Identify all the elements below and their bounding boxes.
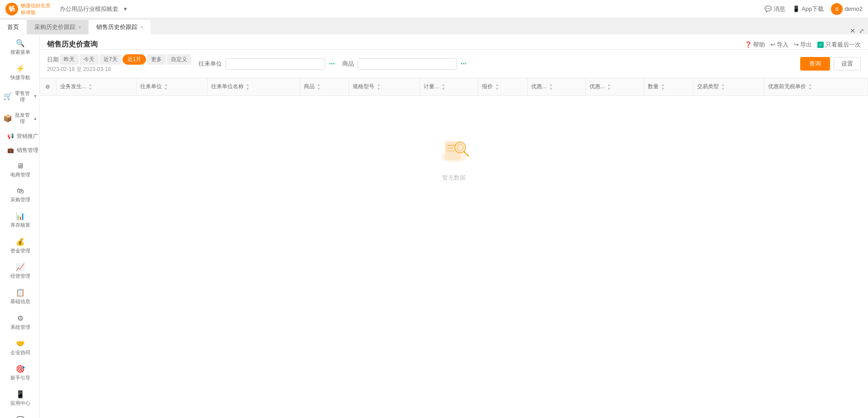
empty-icon [436, 132, 472, 168]
svg-rect-2 [447, 145, 456, 146]
wechat-icon: 💬 [16, 416, 25, 418]
close-all-tabs-button[interactable]: ✕ [850, 27, 855, 34]
sidebar-item-retail[interactable]: 🛒 零售管理 ▼ [0, 86, 39, 108]
topbar-right: 💬 消息 📱 App下载 d demo2 [764, 3, 863, 15]
col-spec[interactable]: 规格型号 ▲▼ [349, 78, 420, 96]
wholesale-expand-icon: ▲ [33, 116, 38, 121]
wholesale-icon: 📦 [3, 114, 12, 123]
basic-icon: 📋 [16, 288, 25, 297]
product-input[interactable] [358, 58, 457, 70]
help-icon: ❓ [745, 41, 752, 48]
only-last-checkbox[interactable]: ✓ [817, 42, 824, 48]
setting-button[interactable]: 设置 [834, 57, 861, 71]
sidebar-item-sales-mgmt[interactable]: 💼 销售管理 [0, 143, 39, 157]
inventory-icon: 📊 [16, 212, 25, 220]
col-product[interactable]: 商品 ▲▼ [300, 78, 349, 96]
help-button[interactable]: ❓ 帮助 [745, 41, 765, 49]
product-dots-button[interactable]: ··· [461, 60, 467, 68]
sidebar-item-ecommerce[interactable]: 🖥 电商管理 [0, 157, 39, 182]
col-biz-date[interactable]: 业务发生... ▲▼ [56, 78, 136, 96]
logo-icon: 畅 [5, 3, 18, 15]
date-btn-today[interactable]: 今天 [80, 54, 99, 65]
only-last-checkbox-area[interactable]: ✓ 只看最后一次 [817, 41, 861, 49]
sales-mgmt-icon: 💼 [7, 147, 14, 153]
app-title-dropdown[interactable]: ▾ [124, 5, 127, 12]
sidebar-item-system[interactable]: ⚙ 系统管理 [0, 309, 39, 335]
date-buttons: 日期 昨天 今天 近7天 近1月 更多 自定义 [47, 54, 191, 65]
page-actions: ❓ 帮助 ↩ 导入 ↪ 导出 ✓ 只看最后一次 [745, 41, 861, 49]
sidebar-item-wechat[interactable]: 💬 企业微信 [0, 411, 39, 418]
topbar: 畅 畅捷信好生意 标准版 办公用品行业模拟账套 ▾ 💬 消息 📱 App下载 d… [0, 0, 868, 18]
table-area: ⚙ 业务发生... ▲▼ 往来单位 ▲▼ 往来单位名称 ▲▼ 商品 ▲▼ [40, 78, 868, 418]
tab-purchase-label: 采购历史价跟踪 [34, 23, 75, 31]
system-icon: ⚙ [17, 314, 24, 323]
query-button[interactable]: 查询 [800, 57, 830, 71]
message-button[interactable]: 💬 消息 [764, 5, 785, 13]
tab-sales[interactable]: 销售历史价跟踪 × [89, 20, 150, 34]
date-btn-1month[interactable]: 近1月 [123, 54, 146, 65]
tab-purchase[interactable]: 采购历史价跟踪 × [27, 20, 88, 34]
date-filter-group: 日期 昨天 今天 近7天 近1月 更多 自定义 2023-02-18 至 202… [47, 54, 191, 73]
import-button[interactable]: ↩ 导入 [770, 41, 788, 49]
col-discount2[interactable]: 优惠... ▲▼ [586, 78, 644, 96]
date-btn-yesterday[interactable]: 昨天 [60, 54, 79, 65]
col-unit[interactable]: 计量... ▲▼ [420, 78, 478, 96]
tab-sales-label: 销售历史价跟踪 [96, 23, 137, 31]
tabbar-actions: ✕ ⤢ [850, 27, 868, 34]
tab-sales-close[interactable]: × [140, 25, 143, 30]
sidebar-item-wholesale[interactable]: 📦 批发管理 ▲ [0, 107, 39, 129]
col-pre-tax-price[interactable]: 优惠前无税单价 ▲▼ [764, 78, 868, 96]
retail-expand-icon: ▼ [33, 94, 38, 99]
col-gear[interactable]: ⚙ [40, 78, 56, 96]
sidebar-item-marketing[interactable]: 📢 营销推广 [0, 129, 39, 143]
page-title: 销售历史价查询 [47, 40, 98, 49]
filter-actions: 查询 设置 [800, 57, 861, 71]
marketing-icon: 📢 [7, 133, 14, 139]
sidebar-item-inventory[interactable]: 📊 库存核算 [0, 207, 39, 233]
partner-filter-group: 往来单位 ··· [198, 58, 335, 70]
date-btn-custom[interactable]: 自定义 [167, 54, 191, 65]
sidebar-item-basic[interactable]: 📋 基础信息 [0, 284, 39, 309]
date-label: 日期 [47, 56, 59, 64]
col-partner-code[interactable]: 往来单位 ▲▼ [136, 78, 207, 96]
sidebar-item-operations[interactable]: 📈 经营管理 [0, 258, 39, 284]
col-trade-type[interactable]: 交易类型 ▲▼ [693, 78, 764, 96]
sidebar-item-search[interactable]: 🔍 搜索菜单 [0, 34, 39, 60]
partner-dots-button[interactable]: ··· [329, 60, 335, 68]
sidebar-item-apps[interactable]: 📱 应用中心 [0, 385, 39, 411]
sidebar: 🔍 搜索菜单 ⚡ 快捷导航 🛒 零售管理 ▼ 📦 批发管理 ▲ 📢 营销推广 💼… [0, 34, 40, 418]
sidebar-item-purchase[interactable]: 🛍 采购管理 [0, 182, 39, 207]
tab-purchase-close[interactable]: × [78, 25, 81, 30]
search-icon: 🔍 [16, 39, 25, 48]
col-price[interactable]: 报价 ▲▼ [478, 78, 528, 96]
download-icon: 📱 [793, 5, 800, 12]
date-btn-more[interactable]: 更多 [147, 54, 166, 65]
app-download-button[interactable]: 📱 App下载 [793, 5, 824, 13]
page-header-row: 销售历史价查询 ❓ 帮助 ↩ 导入 ↪ 导出 ✓ [47, 40, 861, 49]
user-profile[interactable]: d demo2 [831, 3, 863, 15]
col-qty[interactable]: 数量 ▲▼ [644, 78, 693, 96]
col-partner-name[interactable]: 往来单位名称 ▲▼ [207, 78, 300, 96]
tab-home[interactable]: 首页 [0, 20, 26, 34]
main-layout: 🔍 搜索菜单 ⚡ 快捷导航 🛒 零售管理 ▼ 📦 批发管理 ▲ 📢 营销推广 💼… [0, 34, 868, 418]
tabbar: 首页 采购历史价跟踪 × 销售历史价跟踪 × ✕ ⤢ [0, 18, 868, 34]
date-btn-7days[interactable]: 近7天 [99, 54, 122, 65]
app-title: 办公用品行业模拟账套 [60, 5, 118, 13]
sidebar-item-newbie[interactable]: 🎯 新手引导 [0, 360, 39, 385]
fullscreen-button[interactable]: ⤢ [859, 27, 864, 34]
partner-input[interactable] [226, 58, 325, 70]
svg-rect-3 [447, 147, 453, 149]
export-button[interactable]: ↪ 导出 [794, 41, 812, 49]
shortcuts-icon: ⚡ [16, 64, 25, 73]
message-icon: 💬 [764, 5, 772, 12]
sidebar-item-enterprise[interactable]: 🤝 企业协同 [0, 335, 39, 360]
col-discount1[interactable]: 优惠... ▲▼ [528, 78, 586, 96]
filter-bar: 日期 昨天 今天 近7天 近1月 更多 自定义 2023-02-18 至 202… [40, 50, 868, 78]
sidebar-item-shortcuts[interactable]: ⚡ 快捷导航 [0, 60, 39, 85]
topbar-left: 畅 畅捷信好生意 标准版 办公用品行业模拟账套 ▾ [5, 2, 127, 15]
sidebar-item-finance[interactable]: 💰 资金管理 [0, 233, 39, 258]
date-range-display: 2023-02-18 至 2023-03-18 [47, 66, 191, 73]
apps-icon: 📱 [16, 390, 25, 399]
product-filter-group: 商品 ··· [342, 58, 467, 70]
data-table: ⚙ 业务发生... ▲▼ 往来单位 ▲▼ 往来单位名称 ▲▼ 商品 ▲▼ [40, 78, 868, 96]
